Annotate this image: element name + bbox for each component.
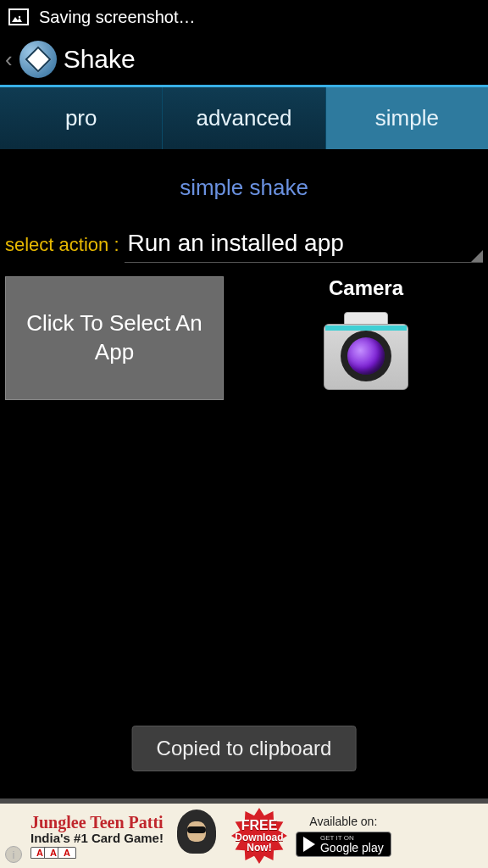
tab-advanced[interactable]: advanced [163,87,325,149]
selection-row: Click To Select An App Camera [5,276,483,400]
toast-text: Copied to clipboard [157,737,332,760]
ad-available: Available on: [296,815,391,828]
ad-burst-top: FREE [235,819,283,832]
main-content: simple shake select action : Run an inst… [0,149,488,400]
ad-cards-icon: AAA [30,847,164,859]
selected-app: Camera [249,276,483,393]
toast: Copied to clipboard [132,726,357,771]
action-select[interactable]: Run an installed app [125,226,483,263]
play-icon [303,837,315,852]
status-text: Saving screenshot… [39,8,196,27]
ad-banner[interactable]: i Junglee Teen Patti India's #1 Card Gam… [0,798,488,868]
back-icon[interactable]: ‹ [5,48,13,70]
picture-icon [8,8,29,25]
svg-marker-0 [12,17,22,22]
ad-burst: FREE Download Now! [230,806,289,865]
camera-icon[interactable] [320,309,412,393]
ad-burst-bot: Now! [235,843,283,853]
svg-point-1 [19,16,20,18]
action-row: select action : Run an installed app [5,226,483,263]
app-icon [19,41,57,78]
select-app-button[interactable]: Click To Select An App [5,276,224,400]
tab-pro[interactable]: pro [0,87,163,149]
ad-left: Junglee Teen Patti India's #1 Card Game!… [30,813,164,860]
ad-subtitle: India's #1 Card Game! [30,832,164,846]
status-bar: Saving screenshot… [0,0,488,34]
tab-bar: pro advanced simple [0,85,488,149]
app-header[interactable]: ‹ Shake [0,34,488,85]
ad-store-badge[interactable]: GET IT ON Google play [296,832,391,857]
selected-app-name: Camera [329,276,403,300]
action-label: select action : [5,234,119,256]
ad-right: Available on: GET IT ON Google play [296,815,391,857]
ad-info-icon[interactable]: i [5,846,22,863]
ad-person-icon [170,808,223,864]
action-value: Run an installed app [128,230,344,256]
section-title: simple shake [5,175,483,201]
ad-title: Junglee Teen Patti [30,813,164,832]
ad-store-main: Google play [320,842,384,854]
app-title: Shake [64,45,136,74]
tab-simple[interactable]: simple [326,87,488,149]
